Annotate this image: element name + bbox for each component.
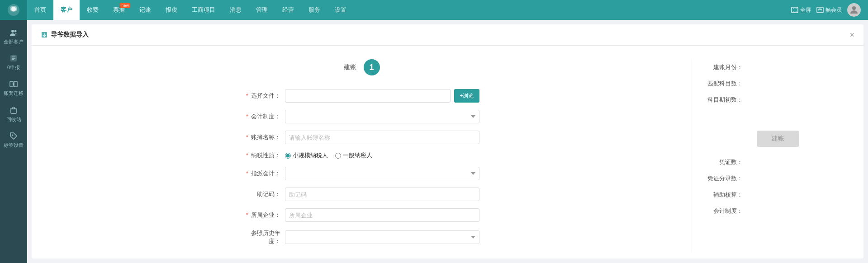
voucher-entries-row: 凭证分录数： xyxy=(706,170,850,187)
memo-label: 助记码： xyxy=(244,190,285,198)
fullscreen-btn[interactable]: 全屏 xyxy=(791,6,811,14)
sidebar-item-tag[interactable]: 标签设置 xyxy=(1,128,26,152)
import-icon xyxy=(41,31,48,38)
nav-item-home[interactable]: 首页 xyxy=(27,0,53,20)
svg-point-4 xyxy=(852,6,856,10)
sidebar-item-zero-report[interactable]: 0申报 xyxy=(1,50,26,74)
step-circle: 1 xyxy=(364,59,380,75)
ledger-name-label: 账簿名称： xyxy=(244,133,285,141)
accountant-row: 指派会计： xyxy=(244,167,479,180)
svg-rect-2 xyxy=(792,7,798,13)
accounting-system-label: 会计制度： xyxy=(244,113,285,121)
sidebar: 全部客户 0申报 账套迁移 回收站 标签设置 xyxy=(0,20,27,263)
nav-item-tax[interactable]: 报税 xyxy=(158,0,185,20)
sidebar-item-zero-report-label: 0申报 xyxy=(7,65,20,70)
sidebar-item-recycle[interactable]: 回收站 xyxy=(1,102,26,126)
vip-label: 畅会员 xyxy=(825,6,842,14)
company-input[interactable] xyxy=(285,208,479,222)
accountant-control xyxy=(285,167,479,180)
nav-item-operation[interactable]: 经营 xyxy=(275,0,301,20)
file-control: +浏览 xyxy=(285,89,479,103)
memo-input[interactable] xyxy=(285,188,479,201)
history-year-label: 参照历史年度： xyxy=(244,229,285,245)
info-accounting-system-label: 会计制度： xyxy=(706,207,746,215)
history-year-row: 参照历史年度： xyxy=(244,229,479,245)
accountant-select[interactable] xyxy=(285,167,479,180)
memo-row: 助记码： xyxy=(244,188,479,201)
create-month-row: 建账月份： xyxy=(706,59,850,75)
form-table: 选择文件： +浏览 会计制度： xyxy=(244,89,479,253)
dialog-title-text: 导爷数据导入 xyxy=(51,31,89,39)
info-section: 建账月份： 匹配科目数： 科目期初数： 建账 凭证 xyxy=(692,59,863,253)
logo[interactable] xyxy=(0,0,27,20)
sidebar-item-tag-label: 标签设置 xyxy=(4,142,24,148)
tax-type-general[interactable]: 一般纳税人 xyxy=(335,151,372,160)
nav-item-business[interactable]: 工商项目 xyxy=(185,0,223,20)
svg-point-6 xyxy=(14,30,17,33)
voucher-entries-label: 凭证分录数： xyxy=(706,174,746,183)
company-row: 所属企业： xyxy=(244,208,479,222)
nav-items: 首页 客户 收费 票据 new 记账 报税 工商项目 消息 管理 经营 服务 设… xyxy=(27,0,791,20)
nav-item-settings[interactable]: 设置 xyxy=(327,0,354,20)
dialog-body: 建账 1 选择文件： +浏览 xyxy=(32,46,863,263)
file-input[interactable] xyxy=(285,89,451,103)
nav-item-message[interactable]: 消息 xyxy=(223,0,249,20)
voucher-label: 凭证数： xyxy=(706,158,746,166)
dialog-header: 导爷数据导入 × xyxy=(32,24,863,46)
nav-item-ledger[interactable]: 记账 xyxy=(132,0,158,20)
form-section: 建账 1 选择文件： +浏览 xyxy=(32,59,692,253)
main-layout: 全部客户 0申报 账套迁移 回收站 标签设置 xyxy=(0,20,868,263)
dialog-panel: 导爷数据导入 × 建账 1 选择文件： xyxy=(32,24,863,258)
fullscreen-label: 全屏 xyxy=(800,6,811,14)
sidebar-item-recycle-label: 回收站 xyxy=(6,117,21,122)
tax-type-control: 小规模纳税人 一般纳税人 xyxy=(285,151,479,160)
accounting-system-row: 会计制度： xyxy=(244,110,479,123)
accounting-system-select[interactable] xyxy=(285,110,479,123)
match-subject-row: 匹配科目数： xyxy=(706,75,850,92)
voucher-row: 凭证数： xyxy=(706,154,850,170)
nav-item-fee[interactable]: 收费 xyxy=(80,0,106,20)
accountant-label: 指派会计： xyxy=(244,169,285,178)
history-year-select[interactable] xyxy=(285,230,479,244)
svg-rect-10 xyxy=(11,109,16,113)
match-subject-label: 匹配科目数： xyxy=(706,80,746,88)
close-button[interactable]: × xyxy=(849,31,854,39)
svg-rect-8 xyxy=(10,81,13,87)
avatar[interactable] xyxy=(847,3,861,17)
nav-item-service[interactable]: 服务 xyxy=(301,0,327,20)
nav-item-manage[interactable]: 管理 xyxy=(249,0,275,20)
file-label: 选择文件： xyxy=(244,92,285,100)
top-nav: 首页 客户 收费 票据 new 记账 报税 工商项目 消息 管理 经营 服务 设… xyxy=(0,0,868,20)
accounting-system-control xyxy=(285,110,479,123)
step-label: 建账 xyxy=(344,63,356,71)
memo-control xyxy=(285,188,479,201)
tax-type-small[interactable]: 小规模纳税人 xyxy=(285,151,328,160)
step-indicator: 建账 1 xyxy=(344,59,380,75)
tax-type-label: 纳税性质： xyxy=(244,151,285,160)
browse-button[interactable]: +浏览 xyxy=(454,89,479,103)
aux-calc-label: 辅助核算： xyxy=(706,191,746,199)
file-row: 选择文件： +浏览 xyxy=(244,89,479,103)
create-account-button[interactable]: 建账 xyxy=(757,131,799,147)
dialog-title: 导爷数据导入 xyxy=(41,31,89,39)
sidebar-item-migrate[interactable]: 账套迁移 xyxy=(1,76,26,100)
subject-init-row: 科目期初数： xyxy=(706,92,850,108)
content: 导爷数据导入 × 建账 1 选择文件： xyxy=(27,20,868,263)
nav-item-customer[interactable]: 客户 xyxy=(53,0,80,20)
history-year-control xyxy=(285,230,479,244)
info-accounting-system-row: 会计制度： xyxy=(706,203,850,219)
svg-point-5 xyxy=(11,30,14,33)
company-label: 所属企业： xyxy=(244,211,285,219)
sidebar-item-all-customers-label: 全部客户 xyxy=(4,39,24,45)
company-control xyxy=(285,208,479,222)
svg-point-11 xyxy=(12,134,14,136)
ledger-name-row: 账簿名称： xyxy=(244,131,479,144)
nav-right: 全屏 畅会员 xyxy=(791,3,868,17)
ledger-name-control xyxy=(285,131,479,144)
create-month-label: 建账月份： xyxy=(706,63,746,71)
ledger-name-input[interactable] xyxy=(285,131,479,144)
sidebar-item-all-customers[interactable]: 全部客户 xyxy=(1,24,26,48)
sidebar-item-migrate-label: 账套迁移 xyxy=(4,90,24,96)
vip-btn[interactable]: 畅会员 xyxy=(816,6,842,14)
nav-item-invoice[interactable]: 票据 new xyxy=(106,0,132,20)
